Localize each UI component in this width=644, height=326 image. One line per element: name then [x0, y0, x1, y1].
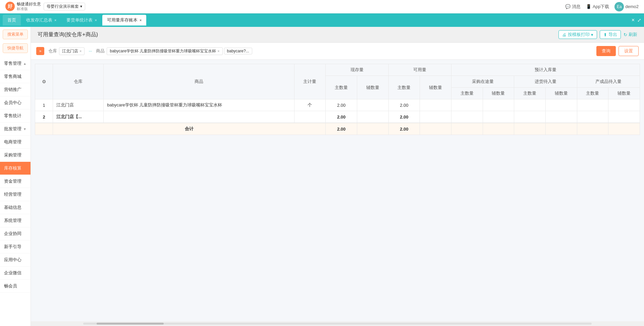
unit-col-header: 主计量	[294, 64, 326, 99]
top-bar-left: 好 畅捷通好生意 标准版 母婴行业演示账套 ▾	[5, 2, 85, 11]
sidebar-item-enterprise-wechat[interactable]: 企业微信	[0, 267, 31, 280]
filter-more-dots[interactable]: ···	[89, 49, 92, 53]
sidebar-item-enterprise-collab[interactable]: 企业协同	[0, 227, 31, 240]
nav-close-icon[interactable]: ×	[632, 17, 635, 23]
message-icon: 💬	[565, 4, 571, 9]
row-production-aux	[608, 99, 640, 111]
sidebar-item-marketing[interactable]: 营销推广	[0, 83, 31, 96]
tab-order-stats[interactable]: 要货单统计表 ×	[62, 15, 101, 26]
page-header: 可用量查询(按仓库+商品) 🖨 按模板打印 ▾ ⬆ 导出 ↻ 刷新	[31, 27, 644, 43]
sidebar-item-system-mgmt[interactable]: 系统管理	[0, 214, 31, 227]
row-purchase-main	[451, 99, 483, 111]
purchase-main-qty-header: 主数量	[451, 88, 483, 99]
warehouse-filter: 仓库 江北门店 ×	[48, 47, 85, 55]
warehouse-tag-jiangbei[interactable]: 江北门店 ×	[59, 47, 85, 55]
template-print-btn[interactable]: 🖨 按模板打印 ▾	[558, 30, 597, 39]
order-stats-tab-close[interactable]: ×	[95, 18, 97, 22]
sidebar-item-label: 库存核算	[4, 165, 21, 171]
row-avail-main: 2.00	[388, 111, 420, 123]
sidebar-item-basic-info[interactable]: 基础信息	[0, 201, 31, 214]
total-label: 合计	[53, 123, 326, 135]
chevron-down-icon: ▾	[591, 32, 593, 37]
sidebar-item-retail-stats[interactable]: 零售统计	[0, 109, 31, 123]
row-purchase-aux	[483, 111, 514, 123]
avail-main-qty-header: 主数量	[388, 76, 420, 99]
product-col-header: 商品	[104, 64, 294, 99]
purchase-aux-qty-header: 辅数量	[483, 88, 514, 99]
sidebar-item-label: 新手引导	[4, 244, 21, 250]
remove-product-tag-1[interactable]: ×	[217, 49, 219, 53]
tab-avail-inventory[interactable]: 可用量库存账本 ×	[102, 15, 146, 26]
total-spacer	[35, 123, 53, 135]
total-row: 合计 2.00 2.00	[35, 123, 640, 135]
product-tag-2[interactable]: babycare?...	[224, 48, 252, 54]
total-production-main	[577, 123, 608, 135]
row-unit	[294, 111, 326, 123]
nav-expand-icon[interactable]: ⤢	[637, 17, 641, 23]
table-row: 1 江北门店 babycare学饮杯 儿童防摔防撞吸管杯重力球吸嘴杯宝宝水杯 个…	[35, 99, 640, 111]
content-area: 可用量查询(按仓库+商品) 🖨 按模板打印 ▾ ⬆ 导出 ↻ 刷新 »	[31, 27, 644, 326]
production-pending-header: 产成品待入量	[577, 76, 640, 88]
sidebar-item-finance-mgmt[interactable]: 资金管理	[0, 175, 31, 188]
app-download-btn[interactable]: 📱 App下载	[586, 4, 609, 10]
row-purchase-aux	[483, 99, 514, 111]
industry-select[interactable]: 母婴行业演示账套 ▾	[44, 3, 85, 10]
horizontal-scrollbar[interactable]	[31, 321, 644, 326]
sidebar: 搜索菜单 快捷导航 零售管理 ▲ 零售商城 营销推广 会员中心 零售统计 批发管…	[0, 27, 31, 326]
row-current-main: 2.00	[326, 99, 357, 111]
sidebar-item-inventory-check[interactable]: 库存核算	[0, 162, 31, 175]
receipt-tab-close[interactable]: ×	[54, 18, 56, 22]
avail-inventory-tab-label: 可用量库存账本	[107, 17, 138, 23]
filter-toggle-btn[interactable]: »	[36, 47, 44, 55]
nav-tabs: 首页 收发存汇总表 × 要货单统计表 × 可用量库存账本 × × ⤢	[0, 13, 644, 27]
refresh-btn[interactable]: ↻ 刷新	[624, 32, 637, 38]
avail-inventory-tab-close[interactable]: ×	[140, 18, 142, 22]
sidebar-item-retail-mgmt[interactable]: 零售管理 ▲	[0, 57, 31, 70]
inbound-main-qty-header: 主数量	[514, 88, 546, 99]
user-area[interactable]: Ea demo2	[614, 2, 639, 11]
chevron-up-icon: ▲	[23, 62, 26, 65]
current-aux-qty-header: 辅数量	[357, 76, 388, 99]
product-tags: babycare学饮杯 儿童防摔防撞吸管杯重力球吸嘴杯宝宝水杯 × babyca…	[107, 47, 252, 55]
row-unit: 个	[294, 99, 326, 111]
scroll-thumb[interactable]	[97, 323, 164, 325]
row-production-main	[577, 111, 608, 123]
row-index: 2	[35, 111, 53, 123]
sidebar-item-ecommerce[interactable]: 电商管理	[0, 136, 31, 149]
sidebar-item-label: 系统管理	[4, 218, 21, 224]
current-main-qty-header: 主数量	[326, 76, 357, 99]
sidebar-item-vip-member[interactable]: 畅会员	[0, 280, 31, 293]
warehouse-tags: 江北门店 ×	[59, 47, 85, 55]
row-purchase-main	[451, 111, 483, 123]
sidebar-item-wholesale-mgmt[interactable]: 批发管理 ▼	[0, 123, 31, 136]
search-menu-btn[interactable]: 搜索菜单	[3, 30, 28, 39]
sidebar-item-operation-mgmt[interactable]: 经营管理	[0, 188, 31, 201]
sidebar-item-retail-mall[interactable]: 零售商城	[0, 70, 31, 83]
total-purchase-main	[451, 123, 483, 135]
tab-receipt[interactable]: 收发存汇总表 ×	[21, 15, 61, 26]
row-current-aux	[357, 99, 388, 111]
settings-col-header[interactable]: ⚙	[35, 64, 53, 99]
setting-btn[interactable]: 设置	[619, 46, 639, 56]
sidebar-item-label: 基础信息	[4, 204, 21, 211]
tab-home[interactable]: 首页	[3, 15, 21, 26]
sidebar-item-app-center[interactable]: 应用中心	[0, 253, 31, 267]
page-title: 可用量查询(按仓库+商品)	[38, 31, 98, 38]
production-main-qty-header: 主数量	[577, 88, 608, 99]
forecast-inbound-header: 预计入库量	[451, 64, 640, 76]
sidebar-item-member-center[interactable]: 会员中心	[0, 96, 31, 109]
inbound-aux-qty-header: 辅数量	[545, 88, 577, 99]
sidebar-item-purchase-mgmt[interactable]: 采购管理	[0, 149, 31, 162]
quick-nav-btn[interactable]: 快捷导航	[3, 43, 28, 53]
message-btn[interactable]: 💬 消息	[565, 4, 581, 10]
sidebar-item-new-guide[interactable]: 新手引导	[0, 240, 31, 253]
product-tag-1[interactable]: babycare学饮杯 儿童防摔防撞吸管杯重力球吸嘴杯宝宝水杯 ×	[107, 47, 222, 55]
query-btn[interactable]: 查询	[596, 46, 616, 56]
remove-warehouse-tag[interactable]: ×	[79, 49, 82, 53]
export-btn[interactable]: ⬆ 导出	[600, 30, 621, 39]
row-product: babycare学饮杯 儿童防摔防撞吸管杯重力球吸嘴杯宝宝水杯	[104, 99, 294, 111]
warehouse-label: 仓库	[48, 48, 57, 54]
sidebar-search-area: 搜索菜单	[0, 27, 31, 42]
sidebar-item-label: 畅会员	[4, 283, 17, 289]
receipt-tab-label: 收发存汇总表	[26, 17, 52, 23]
